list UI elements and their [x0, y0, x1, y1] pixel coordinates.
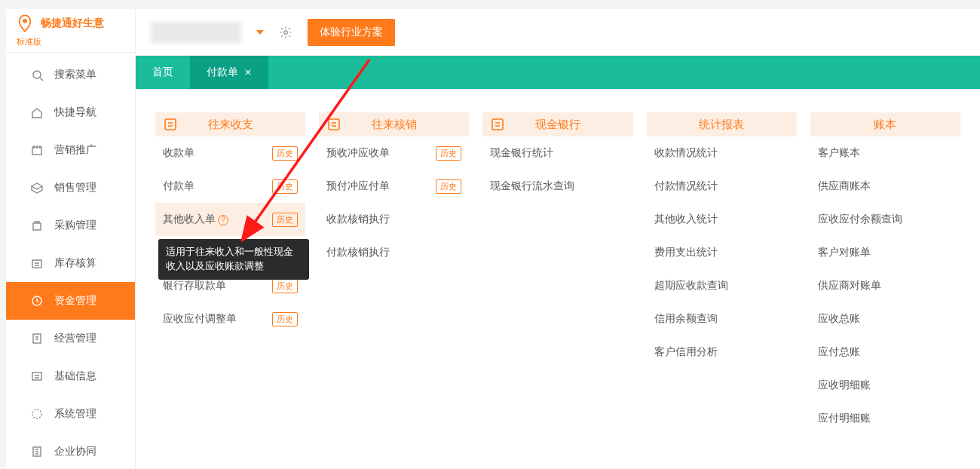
sidebar-icon-6: [30, 294, 44, 308]
menu-item[interactable]: 其他收入统计: [647, 203, 797, 236]
menu-item-label: 应付总账: [818, 345, 860, 359]
menu-item[interactable]: 应收明细账: [810, 369, 960, 402]
sidebar-item-label: 基础信息: [54, 369, 96, 383]
menu-item[interactable]: 预付冲应付单历史: [319, 170, 469, 203]
tabs-bar: 首页付款单✕: [136, 56, 980, 89]
menu-item[interactable]: 现金银行统计: [482, 136, 632, 170]
menu-item-label: 超期应收款查询: [654, 279, 728, 293]
menu-item-label: 现金银行统计: [490, 146, 553, 160]
svg-rect-10: [165, 119, 176, 130]
sidebar-nav: 搜索菜单快捷导航营销推广销售管理采购管理库存核算资金管理经营管理基础信息系统管理…: [6, 53, 135, 469]
sidebar-icon-5: [30, 256, 44, 270]
menu-item[interactable]: 应收总账: [810, 302, 960, 336]
menu-item[interactable]: 付款核销执行: [319, 236, 469, 269]
sidebar-item-5[interactable]: 库存核算: [6, 244, 135, 282]
menu-item[interactable]: 供应商账本: [810, 170, 960, 203]
menu-item[interactable]: 客户对账单: [810, 236, 960, 269]
column-2: 现金银行现金银行统计现金银行流水查询: [482, 112, 632, 435]
gear-icon[interactable]: [279, 26, 292, 39]
org-selector-blurred[interactable]: [151, 22, 241, 43]
history-tag[interactable]: 历史: [272, 312, 298, 326]
menu-item-label: 预收冲应收单: [326, 146, 390, 160]
column-header-icon: [326, 117, 341, 132]
sidebar-item-2[interactable]: 营销推广: [6, 131, 135, 169]
menu-item[interactable]: 收款核销执行: [319, 203, 469, 236]
history-tag[interactable]: 历史: [272, 146, 298, 161]
menu-item-label: 供应商账本: [818, 179, 871, 193]
menu-item[interactable]: 收款单历史: [155, 136, 305, 170]
menu-item[interactable]: 付款单历史: [155, 170, 305, 203]
history-tag[interactable]: 历史: [436, 179, 461, 194]
cta-button[interactable]: 体验行业方案: [308, 19, 395, 46]
history-tag[interactable]: 历史: [272, 213, 298, 227]
menu-item[interactable]: 应付明细账: [810, 402, 960, 435]
svg-point-7: [32, 409, 41, 418]
help-icon[interactable]: ?: [218, 215, 228, 225]
menu-item-label: 收款单: [163, 146, 194, 160]
sidebar-item-label: 企业协同: [54, 445, 96, 458]
menu-item-label: 应收明细账: [818, 379, 871, 392]
tab-1[interactable]: 付款单✕: [190, 56, 268, 89]
sidebar-item-3[interactable]: 销售管理: [6, 169, 135, 207]
svg-rect-6: [32, 372, 41, 380]
menu-item-label: 付款情况统计: [654, 179, 718, 193]
sidebar-item-6[interactable]: 资金管理: [6, 282, 135, 320]
svg-point-9: [284, 30, 288, 34]
sidebar-item-0[interactable]: 搜索菜单: [6, 56, 135, 93]
sidebar-item-9[interactable]: 系统管理: [6, 395, 135, 433]
menu-item[interactable]: 超期应收款查询: [647, 269, 797, 302]
menu-item[interactable]: 信用余额查询: [647, 302, 797, 336]
menu-item[interactable]: 其他收入单?历史: [155, 203, 305, 236]
svg-point-0: [23, 19, 27, 23]
menu-item-label: 其他收入统计: [654, 213, 718, 226]
sidebar-icon-3: [30, 181, 44, 195]
chevron-down-icon[interactable]: [256, 30, 264, 35]
menu-item[interactable]: 现金银行流水查询: [482, 170, 632, 203]
menu-item[interactable]: 客户账本: [810, 136, 960, 170]
menu-item[interactable]: 收款情况统计: [647, 136, 797, 170]
menu-item-label: 应付明细账: [818, 412, 871, 425]
history-tag[interactable]: 历史: [272, 179, 298, 194]
menu-item-label: 费用支出统计: [654, 246, 718, 259]
sidebar-item-label: 搜索菜单: [54, 68, 96, 81]
menu-item-label: 预付冲应付单: [326, 179, 390, 193]
brand: 畅捷通好生意: [6, 9, 135, 36]
tab-0[interactable]: 首页: [136, 56, 190, 89]
column-3: 统计报表收款情况统计付款情况统计其他收入统计费用支出统计超期应收款查询信用余额查…: [647, 112, 797, 435]
column-header-icon: [163, 117, 178, 132]
svg-point-1: [33, 71, 41, 78]
sidebar-item-label: 采购管理: [54, 219, 96, 232]
column-title: 往来收支: [208, 118, 253, 132]
menu-item[interactable]: 费用支出统计: [647, 236, 797, 269]
tab-label: 首页: [152, 66, 173, 79]
column-title: 账本: [874, 118, 896, 132]
menu-item-label: 供应商对账单: [818, 279, 881, 293]
sidebar-item-10[interactable]: 企业协同: [6, 433, 135, 469]
svg-rect-12: [492, 119, 503, 130]
menu-item-label: 应收应付调整单: [163, 312, 237, 326]
tab-label: 付款单: [207, 66, 238, 79]
column-title: 统计报表: [699, 118, 744, 132]
menu-item[interactable]: 客户信用分析: [647, 336, 797, 369]
column-4: 账本客户账本供应商账本应收应付余额查询客户对账单供应商对账单应收总账应付总账应收…: [810, 112, 960, 435]
menu-item[interactable]: 预收冲应收单历史: [319, 136, 469, 170]
sidebar-icon-1: [30, 106, 44, 119]
menu-item[interactable]: 应收应付调整单历史: [155, 302, 305, 336]
menu-item[interactable]: 供应商对账单: [810, 269, 960, 302]
sidebar-item-7[interactable]: 经营管理: [6, 320, 135, 357]
sidebar-item-4[interactable]: 采购管理: [6, 207, 135, 244]
sidebar-icon-7: [30, 332, 44, 345]
sidebar-item-1[interactable]: 快捷导航: [6, 93, 135, 131]
history-tag[interactable]: 历史: [272, 279, 298, 293]
menu-item-label: 客户信用分析: [654, 345, 718, 359]
menu-item[interactable]: 应收应付余额查询: [810, 203, 960, 236]
sidebar-item-8[interactable]: 基础信息: [6, 357, 135, 395]
menu-item[interactable]: 应付总账: [810, 336, 960, 369]
close-icon[interactable]: ✕: [244, 67, 252, 78]
menu-item[interactable]: 付款情况统计: [647, 170, 797, 203]
svg-rect-11: [329, 119, 339, 130]
sidebar-icon-9: [30, 407, 44, 421]
sidebar: 畅捷通好生意 标准版 搜索菜单快捷导航营销推广销售管理采购管理库存核算资金管理经…: [6, 9, 136, 469]
history-tag[interactable]: 历史: [436, 146, 461, 161]
menu-item-label: 收款情况统计: [654, 146, 718, 160]
